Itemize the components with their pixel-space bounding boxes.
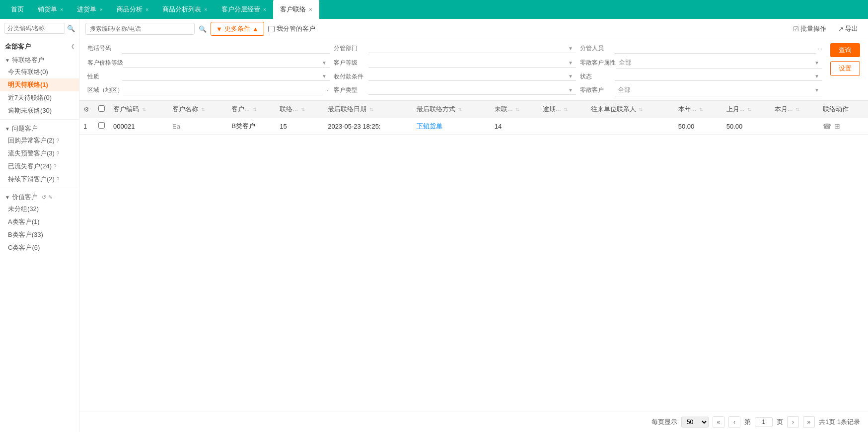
nav-home[interactable]: 首页 <box>4 0 31 19</box>
chevron-down-icon2: ▼ <box>322 60 327 66</box>
batch-action-btn[interactable]: ☑ 批量操作 <box>789 22 830 35</box>
price-level-select[interactable]: ▼ <box>123 59 330 68</box>
sidebar-item-class-b[interactable]: B类客户(33) <box>0 228 79 241</box>
sidebar-item-overdue[interactable]: 逾期未联络(30) <box>0 104 79 117</box>
retail-customer-select[interactable]: 全部 ▼ <box>615 84 822 96</box>
sidebar-item-today-pending[interactable]: 今天待联络(0) <box>0 66 79 78</box>
cell-contacts: 15 <box>276 118 324 135</box>
nav-customer-segment[interactable]: 客户分层经营 × <box>215 0 273 19</box>
payment-terms-select[interactable]: ▼ <box>368 72 576 81</box>
sidebar-item-ungrouped[interactable]: 未分组(32) <box>0 203 79 216</box>
query-button[interactable]: 查询 <box>830 43 860 57</box>
th-this-year: 本年... ⇅ <box>674 101 723 118</box>
more-conditions-btn[interactable]: ▼ 更多条件 ▲ <box>211 22 264 36</box>
sort-icon5[interactable]: ⇅ <box>369 107 373 112</box>
th-last-contact-date: 最后联络日期 ⇅ <box>324 101 412 118</box>
edit-icon[interactable]: ✎ <box>48 194 53 201</box>
arrow-down-icon2: ▼ <box>5 126 10 132</box>
sort-icon4[interactable]: ⇅ <box>301 107 305 112</box>
th-last-month: 上月... ⇅ <box>723 101 771 118</box>
sidebar-item-churn-warning[interactable]: 流失预警客户(3) ? <box>0 147 79 160</box>
close-product-analysis[interactable]: × <box>145 6 148 12</box>
filter-bar: 🔍 ▼ 更多条件 ▲ 我分管的客户 ☑ 批量操作 ↗ 导出 <box>79 19 868 39</box>
search-input[interactable] <box>85 23 195 35</box>
status-select[interactable]: ▼ <box>615 72 822 81</box>
retail-attr-select[interactable]: 全部 ▼ <box>616 57 822 69</box>
sort-icon7[interactable]: ⇅ <box>515 107 519 112</box>
last-method-link[interactable]: 下销货单 <box>417 122 442 130</box>
sort-icon11[interactable]: ⇅ <box>747 107 751 112</box>
close-product-analysis-list[interactable]: × <box>204 6 207 12</box>
sort-icon10[interactable]: ⇅ <box>699 107 703 112</box>
next-page-btn[interactable]: › <box>787 416 799 428</box>
customer-level-select[interactable]: ▼ <box>368 59 576 68</box>
prev-page-btn[interactable]: ‹ <box>728 416 740 428</box>
phone-input[interactable] <box>122 43 330 54</box>
close-customer-segment[interactable]: × <box>263 6 266 12</box>
search-icon[interactable]: 🔍 <box>199 25 207 33</box>
filter-status: 状态 ▼ <box>580 72 822 81</box>
cell-last-method[interactable]: 下销货单 <box>413 118 491 135</box>
sidebar-item-7day-pending[interactable]: 近7天待联络(0) <box>0 91 79 104</box>
sort-icon2[interactable]: ⇅ <box>201 107 205 112</box>
region-dots-btn[interactable]: ··· <box>325 87 330 93</box>
customer-type-select[interactable]: ▼ <box>368 86 576 95</box>
sidebar-search-input[interactable] <box>4 23 65 34</box>
sidebar-search-area: 🔍 <box>0 19 79 38</box>
sidebar-item-class-a[interactable]: A类客户(1) <box>0 216 79 228</box>
manager-input[interactable] <box>615 43 816 54</box>
region-input[interactable] <box>123 85 323 95</box>
sort-icon9[interactable]: ⇅ <box>639 107 643 112</box>
th-not-contacted: 未联... ⇅ <box>491 101 539 118</box>
close-sales-order[interactable]: × <box>60 6 63 12</box>
nav-sales-order[interactable]: 销货单 × <box>31 0 70 19</box>
page-number-input[interactable] <box>755 417 773 427</box>
filter-customer-level: 客户等级 ▼ <box>334 59 576 68</box>
th-gear[interactable]: ⚙ <box>79 101 94 118</box>
all-customers-section[interactable]: 全部客户 《 <box>0 38 79 53</box>
sort-icon[interactable]: ⇅ <box>142 107 146 112</box>
select-all-checkbox[interactable] <box>98 105 105 112</box>
manager-dots-btn[interactable]: ··· <box>818 46 822 52</box>
my-customers-checkbox-label[interactable]: 我分管的客户 <box>268 24 315 33</box>
th-contact-count: 联络... ⇅ <box>276 101 324 118</box>
contact-more-icon[interactable]: ⊞ <box>834 122 840 130</box>
sort-icon6[interactable]: ⇅ <box>458 107 462 112</box>
first-page-btn[interactable]: « <box>713 416 724 428</box>
close-purchase-order[interactable]: × <box>99 6 102 12</box>
nav-product-analysis-list[interactable]: 商品分析列表 × <box>155 0 214 19</box>
set-button[interactable]: 设置 <box>830 61 860 76</box>
last-page-btn[interactable]: » <box>803 416 815 428</box>
arrow-down-icon3: ▼ <box>5 195 10 200</box>
nav-customer-contact[interactable]: 客户联络 × <box>273 0 319 19</box>
sidebar-item-class-c[interactable]: C类客户(6) <box>0 241 79 254</box>
sidebar-item-declining[interactable]: 持续下滑客户(2) ? <box>0 173 79 186</box>
department-select[interactable]: ▼ <box>368 44 576 53</box>
cell-this-month <box>771 118 819 135</box>
sort-icon3[interactable]: ⇅ <box>253 107 257 112</box>
filter-customer-type: 客户类型 ▼ <box>334 86 576 95</box>
nature-select[interactable]: ▼ <box>122 72 330 81</box>
sidebar-item-tomorrow-pending[interactable]: 明天待联络(1) <box>0 78 79 91</box>
contact-phone-icon[interactable]: ☎ <box>823 122 831 130</box>
nav-purchase-order[interactable]: 进货单 × <box>70 0 109 19</box>
sidebar-item-churned[interactable]: 已流失客户(24) ? <box>0 160 79 173</box>
main-content: 🔍 ▼ 更多条件 ▲ 我分管的客户 ☑ 批量操作 ↗ 导出 <box>79 19 868 432</box>
sort-icon8[interactable]: ⇅ <box>564 107 568 112</box>
chevron-down-icon4: ▼ <box>814 60 819 66</box>
sidebar-search-icon[interactable]: 🔍 <box>67 25 75 32</box>
cell-last-date: 2023-05-23 18:25: <box>324 118 412 135</box>
close-customer-contact[interactable]: × <box>309 6 312 12</box>
th-checkbox[interactable] <box>94 101 109 118</box>
row-checkbox[interactable] <box>98 122 105 129</box>
cell-checkbox[interactable] <box>94 118 109 135</box>
export-btn[interactable]: ↗ 导出 <box>834 22 862 35</box>
sidebar-item-repurchase-abnormal[interactable]: 回购异常客户(2) ? <box>0 134 79 147</box>
collapse-icon[interactable]: 《 <box>69 43 74 51</box>
sort-icon12[interactable]: ⇅ <box>796 107 799 112</box>
my-customers-checkbox[interactable] <box>268 26 275 32</box>
per-page-select[interactable]: 50 100 200 <box>681 417 709 428</box>
gear-icon[interactable]: ⚙ <box>83 106 89 113</box>
refresh-icon[interactable]: ↺ <box>42 194 46 201</box>
nav-product-analysis[interactable]: 商品分析 × <box>110 0 155 19</box>
